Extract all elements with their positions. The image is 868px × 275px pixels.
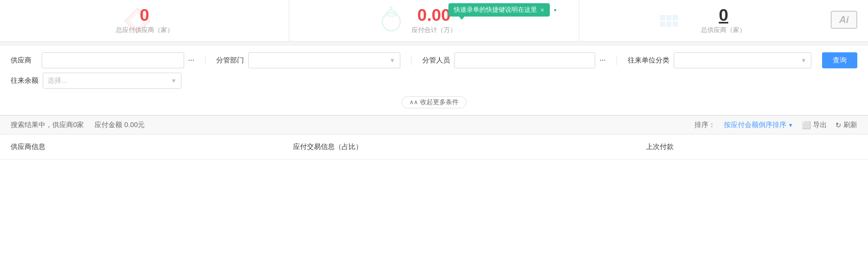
- sort-label-text: 按应付会额倒序排序: [724, 120, 786, 130]
- tooltip-close-btn[interactable]: ×: [540, 6, 545, 14]
- divider-3: [617, 56, 617, 65]
- results-actions: 排序： 按应付会额倒序排序 ▼ ⬜ 导出 ↻ 刷新: [695, 120, 857, 130]
- supplier-input[interactable]: [42, 52, 184, 68]
- collapse-up-icon: ∧∧: [409, 99, 418, 106]
- collapse-label: 收起更多条件: [420, 98, 459, 107]
- results-amount: 应付金额 0.00元: [94, 120, 145, 130]
- stat-payable-total: 快速录单的快捷键说明在这里 × 0.00 应付合计（万）: [289, 0, 579, 41]
- tooltip-dot: [553, 8, 557, 12]
- balance-chevron-icon: ▼: [171, 77, 177, 84]
- table-col-transaction-info: 应付交易信息（占比）: [293, 142, 646, 152]
- payable-total-number: 0.00: [417, 6, 451, 23]
- divider-1: [205, 56, 206, 65]
- divider-2: [411, 56, 412, 65]
- sort-prefix: 排序：: [695, 120, 715, 130]
- department-label: 分管部门: [216, 56, 244, 65]
- unit-class-chevron-icon: ▼: [801, 57, 807, 64]
- stat-bg-icon-3: [660, 15, 678, 27]
- export-button[interactable]: ⬜ 导出: [802, 120, 827, 130]
- balance-placeholder: 选择...: [48, 76, 67, 85]
- total-suppliers-label: 总供应商（家）: [701, 26, 746, 35]
- person-label: 分管人员: [422, 56, 450, 65]
- stat-total-suppliers: Ai 0 总供应商（家）: [579, 0, 868, 41]
- table-col-last-payment: 上次付款: [646, 142, 858, 152]
- stats-bar: 0 总应付供应商（家） 快速录单的快捷键说明在这里 × 0.00 应付合计（万）…: [0, 0, 868, 42]
- department-chevron-icon: ▼: [390, 57, 396, 64]
- export-icon: ⬜: [802, 121, 811, 129]
- stat-bg-icon-1: [123, 6, 152, 35]
- person-filter-group: 分管人员 ···: [422, 52, 606, 68]
- stat-bg-icon-2: [376, 6, 406, 36]
- collapse-row: ∧∧ 收起更多条件: [11, 93, 857, 111]
- tooltip-text: 快速录单的快捷键说明在这里: [454, 5, 537, 14]
- refresh-icon: ↻: [835, 121, 841, 129]
- ai-button[interactable]: Ai: [831, 11, 857, 29]
- unit-class-label: 往来单位分类: [628, 56, 669, 65]
- unit-class-filter-group: 往来单位分类 ▼: [628, 52, 811, 68]
- department-select[interactable]: ▼: [248, 52, 400, 68]
- department-filter-group: 分管部门 ▼: [216, 52, 400, 68]
- total-suppliers-number: 0: [719, 6, 728, 23]
- payable-total-label: 应付合计（万）: [412, 26, 456, 35]
- svg-point-2: [382, 13, 400, 31]
- supplier-dots-btn[interactable]: ···: [188, 56, 195, 65]
- shortcut-tooltip: 快速录单的快捷键说明在这里 ×: [448, 3, 550, 17]
- filter-bar: 供应商 ··· 分管部门 ▼ 分管人员 ··· 往来单位分类 ▼: [0, 46, 868, 115]
- balance-select[interactable]: 选择... ▼: [43, 73, 182, 89]
- query-button[interactable]: 查询: [822, 52, 857, 68]
- supplier-label: 供应商: [11, 56, 37, 65]
- balance-filter-group: 往来余额 选择... ▼: [11, 73, 182, 89]
- sort-select[interactable]: 按应付会额倒序排序 ▼: [724, 120, 793, 130]
- person-dots-btn[interactable]: ···: [599, 56, 606, 65]
- sort-chevron-icon: ▼: [788, 122, 793, 128]
- ai-label: Ai: [839, 14, 849, 26]
- refresh-button[interactable]: ↻ 刷新: [835, 120, 857, 130]
- person-input[interactable]: [454, 52, 596, 68]
- table-body: [0, 160, 868, 275]
- results-count: 搜索结果中，供应商0家: [11, 120, 84, 130]
- stat-payable-suppliers: 0 总应付供应商（家）: [0, 0, 289, 41]
- svg-point-5: [390, 6, 393, 9]
- table-col-supplier-info: 供应商信息: [11, 142, 293, 152]
- filter-row-2: 往来余额 选择... ▼: [11, 73, 857, 89]
- unit-class-select[interactable]: ▼: [674, 52, 811, 68]
- collapse-btn[interactable]: ∧∧ 收起更多条件: [401, 96, 467, 108]
- results-summary: 搜索结果中，供应商0家 应付金额 0.00元: [11, 120, 145, 130]
- table-header: 供应商信息 应付交易信息（占比） 上次付款: [0, 135, 868, 160]
- results-bar: 搜索结果中，供应商0家 应付金额 0.00元 排序： 按应付会额倒序排序 ▼ ⬜…: [0, 115, 868, 135]
- supplier-filter-group: 供应商 ···: [11, 52, 194, 68]
- export-label: 导出: [813, 120, 827, 130]
- refresh-label: 刷新: [843, 120, 857, 130]
- filter-row-1: 供应商 ··· 分管部门 ▼ 分管人员 ··· 往来单位分类 ▼: [11, 52, 857, 68]
- balance-label: 往来余额: [11, 76, 38, 85]
